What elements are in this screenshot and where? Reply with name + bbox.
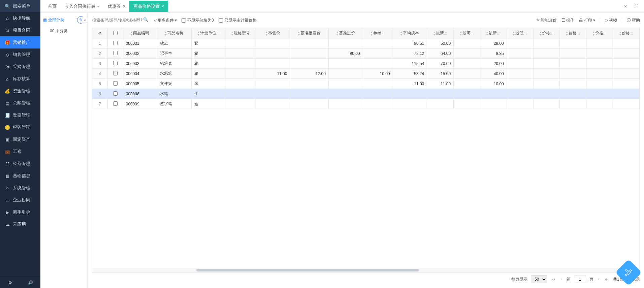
sort-icon: ▴▾ [400, 31, 402, 36]
sidebar-item-salary[interactable]: 💼工资 [0, 146, 40, 158]
settings-button[interactable]: ⚙ [0, 277, 20, 288]
table-row[interactable]: 1000001橡皮套80.5150.0029.00 [92, 38, 640, 49]
chk-main-unit[interactable]: 只显示主计量价格 [219, 18, 257, 23]
sidebar-item-book[interactable]: ▤总账管理 [0, 97, 40, 109]
col-header[interactable]: ▴▾价格... [560, 28, 586, 38]
col-header[interactable]: ▴▾基准批发价 [290, 28, 328, 38]
sidebar-item-gift[interactable]: 🎁营销推广 [0, 36, 40, 49]
col-header[interactable]: ▴▾平均成本 [393, 28, 427, 38]
more-conditions[interactable]: ▽ 更多条件 ▾ [154, 18, 177, 23]
data-grid[interactable]: ⚙▴▾商品编码▴▾商品名称▴▾计量单位...▴▾规格型号▴▾零售价▴▾基准批发价… [92, 28, 640, 268]
last-page-btn[interactable]: ⏭ [604, 277, 610, 282]
col-header[interactable]: ▴▾最高... [454, 28, 480, 38]
sidebar-item-home[interactable]: ⌂快捷导航 [0, 12, 40, 24]
row-checkbox[interactable] [107, 79, 123, 89]
sidebar-item-house[interactable]: ⌂库存核算 [0, 73, 40, 85]
row-checkbox[interactable] [107, 49, 123, 59]
cloud-icon: ☁ [5, 222, 10, 227]
row-checkbox[interactable] [107, 38, 123, 49]
sort-icon: ▴▾ [486, 31, 488, 36]
cell-purchase [328, 89, 363, 99]
team-icon: ▭ [5, 197, 10, 203]
cell-ref: 10.00 [363, 69, 393, 79]
sidebar-item-search[interactable]: 🔍搜索菜单 [0, 0, 40, 12]
category-item[interactable]: 00 未分类 [43, 24, 85, 35]
sidebar-item-bag[interactable]: 🛍采购管理 [0, 61, 40, 73]
tab-商品价格设置[interactable]: 商品价格设置× [129, 1, 168, 12]
sidebar-item-team[interactable]: ▭企业协同 [0, 194, 40, 206]
col-header[interactable]: ▴▾价格... [613, 28, 640, 38]
col-header[interactable]: ▴▾商品编码 [123, 28, 157, 38]
filter-icon: ▽ [154, 18, 157, 23]
first-page-btn[interactable]: ⏮ [550, 277, 556, 282]
tab-优惠券[interactable]: 优惠券× [104, 1, 129, 12]
sidebar-item-mgmt[interactable]: ☷经营管理 [0, 158, 40, 170]
row-checkbox[interactable] [107, 99, 123, 109]
chk-hide-zero-input[interactable] [182, 18, 186, 23]
cell-ref [363, 99, 393, 109]
per-page-select[interactable]: 50 [531, 275, 547, 283]
tab-收入合同执行表[interactable]: 收入合同执行表× [61, 1, 104, 12]
cell-empty [586, 49, 613, 59]
h-scrollbar[interactable] [92, 268, 640, 272]
col-gear[interactable]: ⚙ [92, 28, 108, 38]
h-scroll-thumb[interactable] [196, 269, 419, 271]
chk-main-unit-input[interactable] [219, 18, 223, 23]
sidebar-item-guide[interactable]: ▶新手引导 [0, 206, 40, 218]
search-icon[interactable]: 🔍 [143, 17, 148, 22]
cell-p3 [480, 89, 507, 99]
col-header[interactable]: ▴▾价格... [586, 28, 613, 38]
next-page-btn[interactable]: › [597, 277, 600, 282]
sort-icon: ▴▾ [231, 31, 233, 36]
table-row[interactable]: 4000004水彩笔箱11.0012.0010.0053.2415.0040.0… [92, 69, 640, 79]
col-header[interactable]: ▴▾零售价 [256, 28, 290, 38]
table-row[interactable]: 3000003铅笔盒箱115.5470.0020.00 [92, 59, 640, 69]
col-header[interactable]: ▴▾基准进价 [328, 28, 363, 38]
print-btn[interactable]: 🖶打印▾ [579, 18, 595, 23]
expand-window-btn[interactable]: ⛶ [633, 3, 640, 10]
tab-close-icon[interactable]: × [97, 4, 100, 9]
sidebar-item-cloud[interactable]: ☁云应用 [0, 218, 40, 230]
sidebar-item-tax[interactable]: 🪙税务管理 [0, 121, 40, 133]
col-header[interactable]: ▴▾规格型号 [226, 28, 256, 38]
sidebar-item-cart[interactable]: ◇销售管理 [0, 49, 40, 61]
chk-hide-zero[interactable]: 不显示价格为0 [182, 18, 214, 23]
row-checkbox[interactable] [107, 59, 123, 69]
col-header[interactable]: ▴▾最新... [480, 28, 507, 38]
col-header[interactable]: ▴▾商品名称 [157, 28, 192, 38]
tab-close-icon[interactable]: × [162, 4, 164, 9]
video-btn[interactable]: ▷视频 [605, 18, 617, 23]
sidebar-item-asset[interactable]: ▣固定资产 [0, 133, 40, 146]
sidebar-item-base[interactable]: ▦基础信息 [0, 170, 40, 182]
prev-page-btn[interactable]: ‹ [560, 277, 563, 282]
category-all[interactable]: ▦ 全部分类 [43, 17, 64, 23]
tab-close-icon[interactable]: × [123, 4, 125, 9]
row-checkbox[interactable] [107, 89, 123, 99]
help-btn[interactable]: ⓘ帮助 [627, 18, 640, 23]
chk-hide-zero-label: 不显示价格为0 [187, 18, 214, 23]
close-window-btn[interactable]: ✕ [622, 3, 629, 10]
table-row[interactable]: 2000002记事本箱80.0072.1264.008.85 [92, 49, 640, 59]
table-row[interactable]: 6000006水笔手 [92, 89, 640, 99]
smart-price-btn[interactable]: ✎智能改价 [536, 18, 557, 23]
table-row[interactable]: 7000009签字笔盒 [92, 99, 640, 109]
col-header[interactable]: ▴▾价格... [533, 28, 560, 38]
col-checkbox-all[interactable] [107, 28, 123, 38]
sound-button[interactable]: 🔊 [20, 277, 40, 288]
sidebar-item-invoice[interactable]: 🧾发票管理 [0, 109, 40, 121]
page-input[interactable] [574, 276, 586, 283]
col-header[interactable]: ▴▾最新... [427, 28, 454, 38]
row-checkbox[interactable] [107, 69, 123, 79]
table-row[interactable]: 5000005文件夹米11.0011.0010.00 [92, 79, 640, 89]
print-icon: 🖶 [579, 18, 583, 23]
collapse-panel-btn[interactable]: « [82, 17, 88, 23]
ops-btn[interactable]: ☰操作 [561, 18, 574, 23]
sidebar-item-doc[interactable]: 🗎项目合同 [0, 24, 40, 36]
sidebar-item-money[interactable]: 💰资金管理 [0, 85, 40, 97]
tab-首页[interactable]: 首页 [44, 1, 61, 12]
col-header[interactable]: ▴▾最低... [507, 28, 533, 38]
col-header[interactable]: ▴▾计量单位... [191, 28, 226, 38]
col-header[interactable]: ▴▾参考... [363, 28, 393, 38]
sidebar-item-sys[interactable]: ○系统管理 [0, 182, 40, 194]
search-input[interactable] [92, 17, 149, 24]
